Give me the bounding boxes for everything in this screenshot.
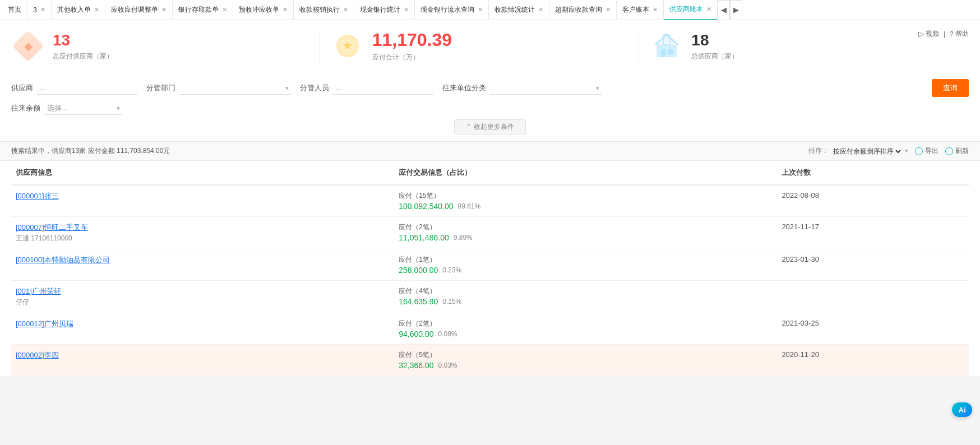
th-last-payment: 上次付数 [777, 161, 969, 185]
supplier-link[interactable]: [000001]张三 [16, 192, 59, 200]
close-icon[interactable]: ✕ [404, 6, 409, 13]
nav-tab-prepay-ar[interactable]: 预收冲应收单 ✕ [233, 0, 294, 20]
supplier-info-cell: [000001]张三 [11, 185, 394, 217]
table-row: [000002]李四应付（5笔）32,366.000.03%2020-11-20 [11, 345, 969, 376]
last-payment-cell [777, 281, 969, 313]
nav-tab-customer-ledger[interactable]: 客户账本 ✕ [617, 0, 664, 20]
summary-card-total-suppliers: 18 总供应商（家） [650, 29, 958, 63]
close-icon[interactable]: ✕ [222, 6, 227, 13]
percentage-text: 0.08% [438, 330, 457, 338]
amount-value: 94,600.00 [399, 330, 433, 339]
data-table-wrap: 供应商信息 应付交易信息（占比） 上次付数 [000001]张三应付（15笔）1… [0, 161, 980, 376]
tx-note: 应付（15笔） [399, 191, 773, 201]
balance-select[interactable]: 选择... [44, 101, 122, 115]
th-supplier-info: 供应商信息 [11, 161, 394, 185]
nav-tab-other-income[interactable]: 其他收入单 ✕ [52, 0, 105, 20]
last-payment-cell: 2023-01-30 [777, 249, 969, 281]
summary-value-payable-total: 11,170.39 [372, 30, 452, 50]
help-icon: ? [950, 30, 954, 38]
tx-note: 应付（2笔） [399, 319, 773, 328]
person-label: 分管人员 [300, 83, 329, 93]
close-icon[interactable]: ✕ [40, 6, 45, 13]
tx-note: 应付（2笔） [399, 222, 773, 232]
nav-arrow-left[interactable]: ◀ [718, 0, 730, 20]
filter-area: 供应商 分管部门 ▾ 分管人员 往来单位分类 ▾ [0, 72, 980, 142]
nav-tab-home[interactable]: 首页 [2, 0, 27, 20]
refresh-icon [945, 147, 953, 155]
close-icon[interactable]: ✕ [283, 6, 288, 13]
supplier-input[interactable] [36, 81, 137, 95]
summary-area: ◆ 13 总应付供应商（家） ★ 11,170.39 应付合计（万） [0, 20, 980, 72]
supplier-link[interactable]: [000002]李四 [16, 351, 59, 359]
sort-label: 排序： [808, 146, 829, 156]
export-button[interactable]: 导出 [915, 146, 939, 156]
close-icon[interactable]: ✕ [706, 6, 711, 13]
amount-value: 11,051,486.00 [399, 233, 449, 242]
nav-tab-overdue-ar[interactable]: 超期应收款查询 ✕ [549, 0, 617, 20]
sort-wrap: 排序： 按应付余额倒序排序 ▾ [808, 146, 908, 156]
nav-tab-supplier-ledger[interactable]: 供应商账本 ✕ [664, 0, 718, 20]
summary-label-payable-total: 应付合计（万） [372, 53, 452, 62]
result-bar-right: 排序： 按应付余额倒序排序 ▾ 导出 刷新 [808, 146, 969, 156]
search-button[interactable]: 查询 [932, 79, 969, 97]
table-row: [000012]广州贝瑞应付（2笔）94,600.000.08%2021-03-… [11, 313, 969, 345]
nav-tab-3[interactable]: 3 ✕ [27, 0, 52, 20]
nav-tab-cash-bank-flow[interactable]: 现金银行流水查询 ✕ [415, 0, 489, 20]
close-icon[interactable]: ✕ [605, 6, 611, 13]
tx-info-cell: 应付（2笔）11,051,486.009.89% [394, 217, 777, 249]
last-payment-cell: 2020-11-20 [777, 345, 969, 376]
collapse-button[interactable]: ⌃ 收起更多条件 [454, 119, 525, 135]
supplier-label: 供应商 [11, 83, 33, 93]
dept-select[interactable] [179, 81, 291, 95]
summary-icon-3 [650, 29, 683, 63]
percentage-text: 0.15% [442, 298, 461, 305]
close-icon[interactable]: ✕ [161, 6, 167, 13]
video-icon: ▷ [918, 30, 924, 38]
nav-tab-bank[interactable]: 银行存取款单 ✕ [173, 0, 233, 20]
percentage-text: 0.23% [442, 266, 461, 274]
filter-dept: 分管部门 ▾ [146, 81, 291, 95]
filter-row-2: 往来余额 选择... ▾ [11, 101, 969, 115]
supplier-link[interactable]: [000007]恒旺二手叉车 [16, 223, 88, 231]
tx-info-cell: 应付（5笔）32,366.000.03% [394, 345, 777, 376]
nav-tab-collection-stat[interactable]: 收款情况统计 ✕ [489, 0, 549, 20]
top-right-links: ▷ 视频 | ? 帮助 [918, 29, 969, 39]
tx-note: 应付（4笔） [399, 286, 773, 296]
svg-rect-2 [668, 49, 673, 54]
refresh-button[interactable]: 刷新 [945, 146, 969, 156]
video-link[interactable]: ▷ 视频 [918, 29, 939, 39]
last-payment-cell: 2021-11-17 [777, 217, 969, 249]
supplier-link[interactable]: [000100]本特勤油品有限公司 [16, 256, 110, 264]
nav-tab-collection-verify[interactable]: 收款核销执行 ✕ [294, 0, 354, 20]
category-select[interactable] [489, 81, 602, 95]
nav-tab-ar-ap-adjust[interactable]: 应收应付调整单 ✕ [105, 0, 173, 20]
close-icon[interactable]: ✕ [343, 6, 348, 13]
nav-tab-cash-bank-stat[interactable]: 现金银行统计 ✕ [354, 0, 415, 20]
balance-label: 往来余额 [11, 103, 40, 113]
summary-card-payable-total: ★ 11,170.39 应付合计（万） [331, 29, 639, 63]
category-label: 往来单位分类 [442, 83, 486, 93]
help-link[interactable]: ? 帮助 [950, 29, 969, 39]
summary-label-payable-suppliers: 总应付供应商（家） [53, 52, 113, 61]
tx-info-cell: 应付（1笔）258,000.000.23% [394, 249, 777, 281]
supplier-link[interactable]: [000012]广州贝瑞 [16, 319, 73, 328]
tx-info-cell: 应付（2笔）94,600.000.08% [394, 313, 777, 345]
close-icon[interactable]: ✕ [538, 6, 543, 13]
nav-arrow-right[interactable]: ▶ [730, 0, 742, 20]
supplier-info-cell: [000007]恒旺二手叉车王通 17106110000 [11, 217, 394, 249]
person-input[interactable] [332, 81, 433, 95]
amount-value: 164,635.90 [399, 297, 438, 306]
category-select-wrap: ▾ [489, 81, 602, 95]
close-icon[interactable]: ✕ [94, 6, 99, 13]
percentage-text: 0.03% [438, 361, 457, 369]
summary-icon-1: ◆ [11, 29, 45, 63]
close-icon[interactable]: ✕ [478, 6, 483, 13]
percentage-text: 89.61% [458, 202, 481, 210]
result-bar: 搜索结果中，供应商13家 应付金额 111,703,854.00元 排序： 按应… [0, 142, 980, 161]
filter-row-1: 供应商 分管部门 ▾ 分管人员 往来单位分类 ▾ [11, 79, 969, 97]
close-icon[interactable]: ✕ [653, 6, 658, 13]
supplier-link[interactable]: [001]广州荣轩 [16, 287, 61, 295]
sort-select[interactable]: 按应付余额倒序排序 [831, 147, 903, 156]
filter-person: 分管人员 [300, 81, 433, 95]
dept-select-wrap: ▾ [179, 81, 291, 95]
